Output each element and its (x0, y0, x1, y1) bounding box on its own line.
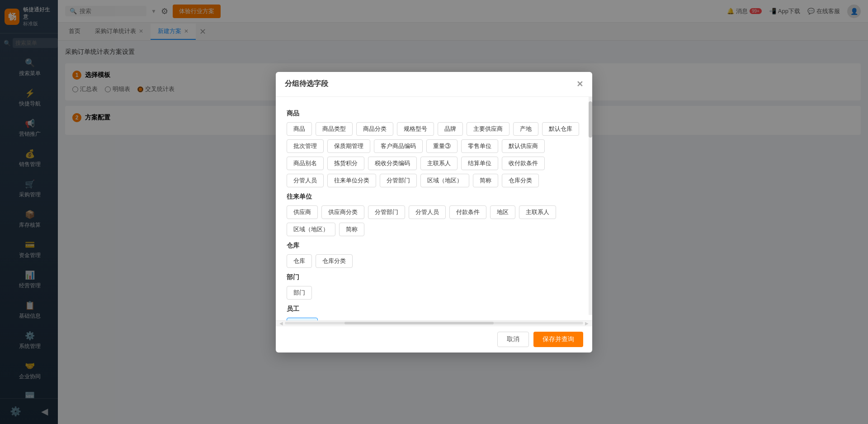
modal-hscroll[interactable]: ◀ ▶ (276, 320, 592, 326)
field-tag-supplier-category[interactable]: 供应商分类 (321, 205, 364, 219)
field-tag-default-supplier[interactable]: 默认供应商 (502, 139, 545, 153)
field-tag-warehouse-cat[interactable]: 仓库分类 (316, 254, 353, 268)
field-tag-abbr-cp[interactable]: 简称 (339, 223, 364, 236)
field-select-modal: 分组待选字段 ✕ 商品 商品 商品类型 商品分类 规格型号 品牌 主要供应商 产… (276, 72, 592, 353)
field-tag-main-contact[interactable]: 主联系人 (420, 157, 458, 170)
field-tag-product[interactable]: 商品 (287, 122, 312, 136)
field-tag-supervisor-dept[interactable]: 分管部门 (368, 205, 405, 219)
field-tag-payment-terms[interactable]: 收付款条件 (502, 157, 545, 170)
field-tag-brand[interactable]: 品牌 (438, 122, 463, 136)
hscroll-thumb[interactable] (344, 322, 494, 324)
field-tag-warehouse[interactable]: 仓库 (287, 254, 312, 268)
field-tag-main-contact-cp[interactable]: 主联系人 (519, 205, 556, 219)
field-tag-customer-code[interactable]: 客户商品编码 (374, 139, 423, 153)
field-tag-product-alias[interactable]: 商品别名 (287, 157, 324, 170)
field-tag-default-warehouse[interactable]: 默认仓库 (542, 122, 579, 136)
counterpart-fields-grid: 供应商 供应商分类 分管部门 分管人员 付款条件 地区 主联系人 区域（地区） … (287, 205, 581, 236)
modal-body: 商品 商品 商品类型 商品分类 规格型号 品牌 主要供应商 产地 默认仓库 批次… (276, 97, 592, 320)
section-counterpart-title: 往来单位 (287, 193, 581, 201)
field-tag-tax-code[interactable]: 税收分类编码 (368, 157, 417, 170)
field-tag-settlement-unit[interactable]: 结算单位 (461, 157, 498, 170)
field-tag-weight[interactable]: 重量③ (426, 139, 458, 153)
hscroll-right-arrow[interactable]: ▶ (585, 321, 589, 326)
field-tag-shelf-life[interactable]: 保质期管理 (327, 139, 370, 153)
employee-fields-grid: 业务员 (287, 318, 581, 320)
section-warehouse-title: 仓库 (287, 242, 581, 250)
product-fields-grid: 商品 商品类型 商品分类 规格型号 品牌 主要供应商 产地 默认仓库 批次管理 … (287, 122, 581, 187)
field-tag-product-category[interactable]: 商品分类 (356, 122, 393, 136)
hscroll-left-arrow[interactable]: ◀ (279, 321, 283, 326)
department-fields-grid: 部门 (287, 286, 581, 300)
field-tag-retail-unit[interactable]: 零售单位 (461, 139, 498, 153)
field-tag-main-supplier[interactable]: 主要供应商 (467, 122, 509, 136)
modal-footer: 取消 保存并查询 (276, 326, 592, 353)
warehouse-fields-grid: 仓库 仓库分类 (287, 254, 581, 268)
field-tag-supervisor-person[interactable]: 分管人员 (409, 205, 446, 219)
field-tag-origin[interactable]: 产地 (513, 122, 538, 136)
field-tag-salesperson[interactable]: 业务员 (287, 318, 318, 320)
section-product-title: 商品 (287, 110, 581, 118)
field-tag-pick-score[interactable]: 拣货积分 (327, 157, 364, 170)
field-tag-dept[interactable]: 分管部门 (380, 174, 417, 187)
field-tag-batch-mgmt[interactable]: 批次管理 (287, 139, 324, 153)
section-department-title: 部门 (287, 273, 581, 281)
field-tag-spec-model[interactable]: 规格型号 (397, 122, 434, 136)
field-tag-department[interactable]: 部门 (287, 286, 312, 300)
field-tag-supervisor[interactable]: 分管人员 (287, 174, 324, 187)
modal-scrollbar-track[interactable] (589, 97, 592, 315)
field-tag-warehouse-category-product[interactable]: 仓库分类 (502, 174, 539, 187)
field-tag-supplier[interactable]: 供应商 (287, 205, 318, 219)
field-tag-product-type[interactable]: 商品类型 (316, 122, 353, 136)
field-tag-region-product[interactable]: 区域（地区） (420, 174, 469, 187)
modal-title: 分组待选字段 (285, 79, 328, 89)
field-tag-area[interactable]: 地区 (490, 205, 515, 219)
modal-close-button[interactable]: ✕ (576, 79, 583, 89)
modal-header: 分组待选字段 ✕ (276, 72, 592, 97)
modal-cancel-button[interactable]: 取消 (497, 332, 529, 347)
section-employee-title: 员工 (287, 305, 581, 313)
field-tag-region-cp[interactable]: 区域（地区） (287, 223, 335, 236)
modal-scrollbar-thumb[interactable] (589, 101, 592, 138)
field-tag-abbr-product[interactable]: 简称 (473, 174, 498, 187)
field-tag-payment-cond[interactable]: 付款条件 (449, 205, 486, 219)
field-tag-counterpart-category[interactable]: 往来单位分类 (327, 174, 376, 187)
modal-confirm-button[interactable]: 保存并查询 (533, 332, 583, 347)
hscroll-track[interactable] (285, 322, 583, 324)
